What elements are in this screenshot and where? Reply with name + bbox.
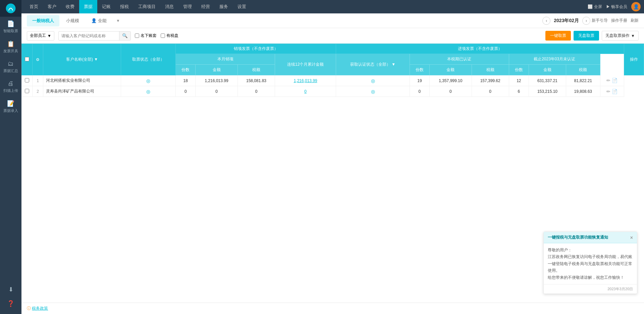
chevron-down-icon: ▼	[47, 34, 51, 38]
nav-right-buttons: 新手引导 操作手册 刷新	[592, 18, 639, 23]
search-input[interactable]	[59, 34, 119, 38]
tab-small[interactable]: 小规模	[61, 15, 85, 26]
notification-close-btn[interactable]: ×	[630, 235, 633, 240]
sidebar-item-label: 票据汇总	[3, 68, 18, 73]
nav-item-service[interactable]: 服务	[215, 0, 233, 13]
tab-more[interactable]: ▼	[113, 17, 123, 24]
employee-select[interactable]: 全部员工 ▼	[27, 31, 54, 41]
fullscreen-btn[interactable]: ⬜ 全屏	[588, 4, 602, 10]
new-guide-btn[interactable]: 新手引导	[592, 18, 608, 23]
help-icon: ❓	[7, 300, 14, 307]
tax-policy-link[interactable]: 税务政策	[32, 306, 48, 311]
th-sales-group: 销项发票（不含作废票）	[176, 44, 336, 54]
notification-title: 一键报税与无盘取票功能恢复通知	[548, 235, 608, 240]
row-cert-status: ◎	[336, 75, 410, 86]
tab-general[interactable]: 一般纳税人	[27, 15, 59, 26]
notification-body: 尊敬的用户： 江苏政务网已恢复访问电子税务局功能，易代账一键登陆电子税务局与无盘…	[544, 243, 637, 284]
th-current-period-certified: 本税期已认证	[410, 54, 509, 65]
edit-icon[interactable]: ✏	[606, 78, 610, 83]
data-entry-icon: 📝	[7, 100, 14, 107]
avatar[interactable]: 👤	[631, 2, 641, 11]
nav-item-management[interactable]: 管理	[178, 0, 197, 13]
row-purch-cert-count: 19	[410, 75, 429, 86]
row-purch-uncert-tax: 19,808.63	[566, 86, 600, 97]
table-row: 2 灵寿县尚泽矿产品有限公司 ◎ 0 0 0 0 ◎ 0 0 0 6 153,2…	[22, 86, 644, 97]
view-icon[interactable]: 📄	[612, 89, 618, 94]
current-date: 2023年02月	[554, 18, 579, 24]
notification-date: 2023年3月20日	[607, 287, 633, 291]
sales-12month-link[interactable]: 1,216,013.99	[294, 78, 317, 83]
sidebar-item-smart-fetch[interactable]: 📄 智能取票	[0, 17, 21, 37]
row-num: 2	[33, 86, 43, 97]
manual-btn[interactable]: 操作手册	[611, 18, 627, 23]
sidebar-item-scan-upload[interactable]: 🖨 扫描上传	[0, 77, 21, 97]
dropdown-arrow-icon: ▼	[631, 34, 635, 38]
notification-popup: 一键报税与无盘取票功能恢复通知 × 尊敬的用户： 江苏政务网已恢复访问电子税务局…	[543, 232, 637, 294]
row-actions: ✏ 📄	[600, 75, 624, 86]
no-disk-fetch-btn[interactable]: 无盘取票	[574, 31, 599, 41]
nav-item-settings[interactable]: 设置	[233, 0, 251, 13]
has-tax-checkbox[interactable]: 有税盘	[161, 33, 178, 39]
prev-month-btn[interactable]: ‹	[542, 17, 550, 25]
nav-item-operation[interactable]: 经营	[197, 0, 215, 13]
row-sales-count: 18	[176, 75, 196, 86]
main-table: ⚙ 客户名称(全部) ▼ 取票状态（全部） 销项发票（不含作废票） 进项发票（不…	[21, 44, 644, 97]
sales-12month-link[interactable]: 0	[304, 89, 307, 94]
th-client: 客户名称(全部) ▼	[43, 44, 121, 75]
row-fetch-status: ◎	[121, 75, 176, 86]
invoice-summary-icon: 🗂	[8, 60, 14, 67]
search-button[interactable]: 🔍	[119, 32, 130, 40]
row-purch-uncert-amount: 153,215.10	[529, 86, 566, 97]
row-sales-12month: 1,216,013.99	[275, 75, 336, 86]
edit-icon[interactable]: ✏	[606, 89, 610, 94]
row-fetch-status: ◎	[121, 86, 176, 97]
next-month-btn[interactable]: ›	[582, 17, 590, 25]
filter-bar-right: 一键取票 无盘取票 无盘取票操作 ▼	[545, 31, 639, 41]
th-checkbox	[22, 44, 33, 75]
sidebar-item-download[interactable]: ⬇	[0, 282, 21, 297]
row-purch-uncert-count: 12	[509, 75, 529, 86]
row-cert-status: ◎	[336, 86, 410, 97]
nav-item-message[interactable]: 消息	[160, 0, 178, 13]
sidebar-item-data-entry[interactable]: 📝 票据录入	[0, 97, 21, 117]
row-actions: ✏ 📄	[600, 86, 624, 97]
th-purch-uncert-count: 份数	[509, 65, 529, 75]
nav-item-tax[interactable]: 报税	[115, 0, 133, 13]
nav-item-business[interactable]: 工商项目	[133, 0, 160, 13]
nav-item-invoice[interactable]: 票据	[79, 0, 97, 13]
row-client: 灵寿县尚泽矿产品有限公司	[43, 86, 121, 97]
row-checkbox[interactable]	[22, 86, 33, 97]
row-checkbox[interactable]	[22, 75, 33, 86]
sidebar-bottom: ⬇ ❓	[0, 282, 21, 314]
sidebar-item-label: 票据录入	[3, 108, 18, 113]
row-sales-amount: 0	[196, 86, 238, 97]
view-icon[interactable]: 📄	[612, 78, 618, 83]
th-purch-cert-amount: 金额	[430, 65, 472, 75]
th-current-month-sales: 本月销项	[176, 54, 275, 65]
th-settings: ⚙	[33, 44, 43, 75]
no-disk-ops-btn[interactable]: 无盘取票操作 ▼	[602, 31, 639, 41]
member-btn[interactable]: ▶ 畅享会员	[606, 4, 627, 10]
notification-footer: 2023年3月20日	[544, 284, 637, 294]
tab-all[interactable]: 👤 全能	[86, 15, 112, 26]
one-click-fetch-btn[interactable]: 一键取票	[545, 31, 571, 41]
nav-item-billing[interactable]: 收费	[61, 0, 79, 13]
sidebar-logo	[0, 0, 21, 17]
sidebar-item-help[interactable]: ❓	[0, 297, 21, 311]
th-cert-status: 获取认证状态（全部） ▼	[336, 54, 410, 75]
sidebar-item-invoice-summary[interactable]: 🗂 票据汇总	[0, 57, 21, 77]
sidebar-item-issue-invoice[interactable]: 📋 发票开具	[0, 37, 21, 57]
sidebar-item-label: 扫描上传	[3, 88, 18, 93]
row-purch-uncert-tax: 81,822.21	[566, 75, 600, 86]
under-account-checkbox[interactable]: 名下账套	[135, 33, 157, 39]
row-purch-uncert-amount: 631,337.21	[529, 75, 566, 86]
row-purch-uncert-count: 6	[509, 86, 529, 97]
th-purch-uncert-tax: 税额	[566, 65, 600, 75]
row-sales-tax: 0	[237, 86, 275, 97]
select-all-checkbox[interactable]	[25, 57, 29, 61]
refresh-btn[interactable]: 刷新	[631, 18, 639, 23]
nav-item-client[interactable]: 客户	[43, 0, 61, 13]
nav-item-bookkeeping[interactable]: 记账	[97, 0, 115, 13]
th-purch-cert-tax: 税额	[472, 65, 509, 75]
nav-item-home[interactable]: 首页	[25, 0, 43, 13]
